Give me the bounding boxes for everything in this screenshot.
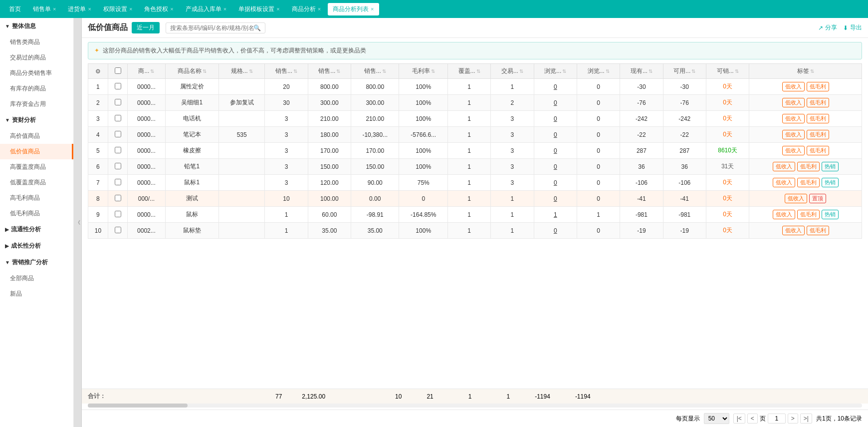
- close-icon[interactable]: ×: [223, 6, 226, 12]
- close-icon[interactable]: ×: [53, 6, 56, 12]
- row-checkbox[interactable]: [115, 99, 121, 105]
- cell-browse1[interactable]: 0: [534, 159, 577, 175]
- nav-sales-order[interactable]: 销售单 ×: [28, 3, 61, 15]
- browse-link[interactable]: 0: [554, 163, 557, 170]
- sidebar-item-traded-products[interactable]: 交易过的商品: [0, 50, 73, 65]
- nav-template-settings[interactable]: 单据模板设置 ×: [233, 3, 284, 15]
- column-available[interactable]: 可用...⇅: [663, 64, 706, 79]
- date-filter-button[interactable]: 近一月: [132, 22, 160, 33]
- search-icon[interactable]: 🔍: [253, 24, 261, 31]
- scroll-thumb[interactable]: [88, 404, 188, 408]
- close-icon[interactable]: ×: [170, 6, 173, 12]
- sidebar-item-new-products[interactable]: 新品: [0, 286, 73, 302]
- sidebar-item-low-margin[interactable]: 低毛利商品: [0, 206, 73, 221]
- close-icon[interactable]: ×: [371, 6, 374, 12]
- cell-checkbox[interactable]: [108, 95, 127, 111]
- column-checkbox[interactable]: [108, 64, 127, 79]
- last-page-button[interactable]: >|: [800, 414, 812, 424]
- next-page-button[interactable]: >: [788, 414, 798, 424]
- close-icon[interactable]: ×: [276, 6, 279, 12]
- column-coverage[interactable]: 覆盖...⇅: [447, 64, 490, 79]
- nav-product-analysis-list[interactable]: 商品分析列表 ×: [328, 3, 379, 15]
- column-sales-amt[interactable]: 销售...⇅: [308, 64, 351, 79]
- sidebar-toggle-button[interactable]: 《: [74, 18, 82, 427]
- per-page-select[interactable]: 50 100 200: [704, 413, 729, 424]
- sidebar-item-low-value[interactable]: 低价值商品: [0, 144, 73, 159]
- sidebar-item-all-products[interactable]: 全部商品: [0, 271, 73, 286]
- close-icon[interactable]: ×: [129, 6, 132, 12]
- column-sales-qty[interactable]: 销售...⇅: [265, 64, 308, 79]
- browse-link[interactable]: 1: [554, 211, 557, 218]
- gear-icon[interactable]: ⚙: [95, 68, 101, 75]
- row-checkbox[interactable]: [115, 147, 121, 153]
- column-trade[interactable]: 交易...⇅: [491, 64, 534, 79]
- cell-checkbox[interactable]: [108, 127, 127, 143]
- row-checkbox[interactable]: [115, 195, 121, 201]
- column-browse2[interactable]: 浏览...⇅: [577, 64, 620, 79]
- sidebar-group-marketing[interactable]: ▼ 营销推广分析: [0, 254, 73, 271]
- share-button[interactable]: ↗ 分享: [818, 23, 837, 32]
- sidebar-item-stock-capital[interactable]: 库存资金占用: [0, 96, 73, 112]
- column-name[interactable]: 商品名称⇅: [165, 64, 219, 79]
- search-input[interactable]: [170, 24, 253, 31]
- browse-link[interactable]: 0: [554, 195, 557, 202]
- row-checkbox[interactable]: [115, 227, 121, 233]
- page-number-input[interactable]: [768, 414, 786, 424]
- nav-role-auth[interactable]: 角色授权 ×: [139, 3, 178, 15]
- cell-checkbox[interactable]: [108, 143, 127, 159]
- row-checkbox[interactable]: [115, 163, 121, 169]
- cell-checkbox[interactable]: [108, 175, 127, 191]
- cell-browse1[interactable]: 0: [534, 223, 577, 239]
- close-icon[interactable]: ×: [318, 6, 321, 12]
- nav-home[interactable]: 首页: [4, 3, 26, 15]
- cell-browse1[interactable]: 0: [534, 175, 577, 191]
- browse-link[interactable]: 0: [554, 227, 557, 234]
- sidebar-item-high-coverage[interactable]: 高覆盖度商品: [0, 159, 73, 175]
- browse-link[interactable]: 0: [554, 131, 557, 138]
- sidebar-group-circulation[interactable]: ▶ 流通性分析: [0, 221, 73, 238]
- horizontal-scrollbar[interactable]: [88, 404, 862, 408]
- cell-checkbox[interactable]: [108, 111, 127, 127]
- row-checkbox[interactable]: [115, 131, 121, 137]
- column-margin[interactable]: 毛利率⇅: [399, 64, 447, 79]
- browse-link[interactable]: 0: [554, 179, 557, 186]
- cell-browse1[interactable]: 0: [534, 111, 577, 127]
- browse-link[interactable]: 0: [554, 115, 557, 122]
- sidebar-item-sales-products[interactable]: 销售类商品: [0, 34, 73, 50]
- sidebar-item-stock-products[interactable]: 有库存的商品: [0, 81, 73, 96]
- export-button[interactable]: ⬇ 导出: [843, 23, 862, 32]
- sidebar-item-high-margin[interactable]: 高毛利商品: [0, 190, 73, 206]
- cell-browse1[interactable]: 0: [534, 79, 577, 95]
- row-checkbox[interactable]: [115, 179, 121, 185]
- sidebar-item-high-value[interactable]: 高价值商品: [0, 128, 73, 144]
- row-checkbox[interactable]: [115, 211, 121, 217]
- column-saleable[interactable]: 可销...⇅: [706, 64, 749, 79]
- cell-browse1[interactable]: 0: [534, 95, 577, 111]
- sidebar-group-growth[interactable]: ▶ 成长性分析: [0, 238, 73, 254]
- cell-checkbox[interactable]: [108, 207, 127, 223]
- column-stock[interactable]: 现有...⇅: [620, 64, 663, 79]
- data-table-container[interactable]: ⚙ 商...⇅ 商品名称⇅ 规格...⇅ 销售...⇅ 销售...⇅ 销售...…: [88, 63, 862, 389]
- cell-browse1[interactable]: 1: [534, 207, 577, 223]
- column-gear[interactable]: ⚙: [88, 64, 108, 79]
- nav-product-warehouse[interactable]: 产成品入库单 ×: [181, 3, 231, 15]
- browse-link[interactable]: 0: [554, 147, 557, 154]
- prev-page-button[interactable]: <: [747, 414, 758, 424]
- cell-browse1[interactable]: 0: [534, 143, 577, 159]
- browse-link[interactable]: 0: [554, 99, 557, 106]
- nav-purchase-order[interactable]: 进货单 ×: [63, 3, 96, 15]
- sidebar-item-low-coverage[interactable]: 低覆盖度商品: [0, 175, 73, 190]
- select-all-checkbox[interactable]: [115, 67, 121, 74]
- column-code[interactable]: 商...⇅: [128, 64, 165, 79]
- column-spec[interactable]: 规格...⇅: [219, 64, 265, 79]
- cell-checkbox[interactable]: [108, 191, 127, 207]
- cell-browse1[interactable]: 0: [534, 191, 577, 207]
- row-checkbox[interactable]: [115, 115, 121, 121]
- cell-checkbox[interactable]: [108, 159, 127, 175]
- column-tags[interactable]: 标签⇅: [749, 64, 862, 79]
- row-checkbox[interactable]: [115, 83, 121, 89]
- column-sales-amt2[interactable]: 销售...⇅: [351, 64, 399, 79]
- nav-permission[interactable]: 权限设置 ×: [98, 3, 137, 15]
- column-browse1[interactable]: 浏览...⇅: [534, 64, 577, 79]
- browse-link[interactable]: 0: [554, 83, 557, 90]
